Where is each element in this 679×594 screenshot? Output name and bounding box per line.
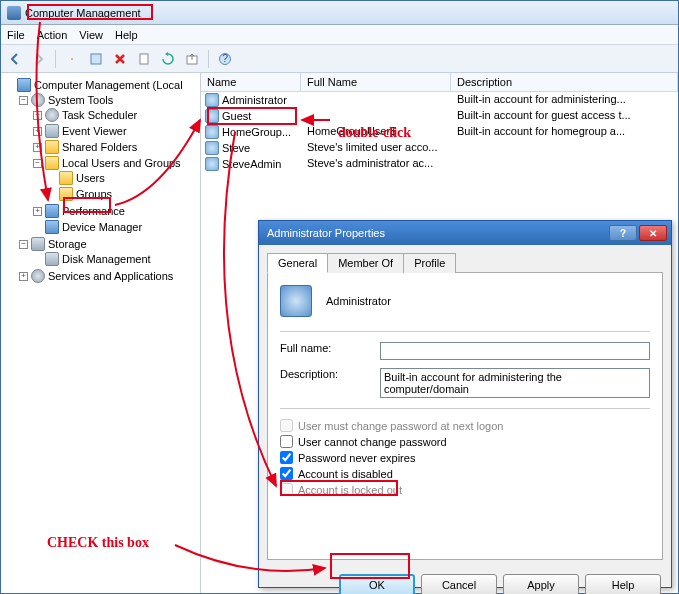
tree-users[interactable]: Users xyxy=(47,171,198,185)
tab-profile[interactable]: Profile xyxy=(403,253,456,273)
app-icon xyxy=(7,6,21,20)
tree-storage[interactable]: −Storage xyxy=(19,237,198,251)
window-title: Computer Management xyxy=(25,7,141,19)
dialog-close-button[interactable]: ✕ xyxy=(639,225,667,241)
tree-performance[interactable]: +Performance xyxy=(33,204,198,218)
fullname-label: Full name: xyxy=(280,342,380,354)
user-fullname-cell: HomeGroupUser$ xyxy=(301,125,451,139)
dialog-title: Administrator Properties xyxy=(263,227,607,239)
chk-must-change: User must change password at next logon xyxy=(280,419,650,432)
tab-panel-general: Administrator Full name: Description: Bu… xyxy=(267,272,663,560)
user-fullname-cell: Steve's limited user acco... xyxy=(301,141,451,155)
dialog-buttons: OK Cancel Apply Help xyxy=(259,568,671,594)
back-button[interactable] xyxy=(5,49,25,69)
user-row[interactable]: SteveAdminSteve's administrator ac... xyxy=(201,156,678,172)
menu-file[interactable]: File xyxy=(7,29,25,41)
user-row[interactable]: HomeGroup...HomeGroupUser$Built-in accou… xyxy=(201,124,678,140)
user-name-cell: Steve xyxy=(222,142,250,154)
col-description[interactable]: Description xyxy=(451,73,678,91)
menubar: File Action View Help xyxy=(1,25,678,45)
tree-panel: Computer Management (Local −System Tools… xyxy=(1,73,201,593)
svg-rect-1 xyxy=(140,54,148,64)
description-label: Description: xyxy=(280,368,380,380)
user-icon xyxy=(205,125,219,139)
export-icon[interactable] xyxy=(182,49,202,69)
user-name-cell: Guest xyxy=(222,110,251,122)
tabs: General Member Of Profile xyxy=(267,253,663,273)
cancel-button[interactable]: Cancel xyxy=(421,574,497,594)
refresh-icon[interactable] xyxy=(158,49,178,69)
user-desc-cell: Built-in account for homegroup a... xyxy=(451,125,678,139)
tab-general[interactable]: General xyxy=(267,253,328,273)
tree-device-manager[interactable]: Device Manager xyxy=(33,220,198,234)
user-name: Administrator xyxy=(326,295,391,307)
user-name-cell: Administrator xyxy=(222,94,287,106)
user-icon xyxy=(205,109,219,123)
user-desc-cell xyxy=(451,141,678,155)
dialog-help-button[interactable]: ? xyxy=(609,225,637,241)
help-icon[interactable]: ? xyxy=(215,49,235,69)
menu-view[interactable]: View xyxy=(79,29,103,41)
user-fullname-cell xyxy=(301,93,451,107)
user-icon xyxy=(205,93,219,107)
folder-icon[interactable] xyxy=(62,49,82,69)
user-fullname-cell xyxy=(301,109,451,123)
tree-local-users[interactable]: −Local Users and Groups xyxy=(33,156,198,170)
user-desc-cell xyxy=(451,157,678,171)
user-fullname-cell: Steve's administrator ac... xyxy=(301,157,451,171)
dialog-titlebar[interactable]: Administrator Properties ? ✕ xyxy=(259,221,671,245)
toolbar: ? xyxy=(1,45,678,73)
col-name[interactable]: Name xyxy=(201,73,301,91)
description-field[interactable]: Built-in account for administering the c… xyxy=(380,368,650,398)
fullname-field[interactable] xyxy=(380,342,650,360)
user-row[interactable]: SteveSteve's limited user acco... xyxy=(201,140,678,156)
svg-text:?: ? xyxy=(222,52,228,64)
tab-memberof[interactable]: Member Of xyxy=(327,253,404,273)
column-headers: Name Full Name Description xyxy=(201,73,678,92)
menu-action[interactable]: Action xyxy=(37,29,68,41)
user-icon xyxy=(280,285,312,317)
help-button[interactable]: Help xyxy=(585,574,661,594)
user-name-cell: SteveAdmin xyxy=(222,158,281,170)
chk-cannot-change[interactable]: User cannot change password xyxy=(280,435,650,448)
ok-button[interactable]: OK xyxy=(339,574,415,594)
tree-root[interactable]: Computer Management (Local xyxy=(5,78,198,92)
user-icon xyxy=(205,157,219,171)
user-desc-cell: Built-in account for guest access t... xyxy=(451,109,678,123)
tree-services[interactable]: +Services and Applications xyxy=(19,269,198,283)
chk-disabled[interactable]: Account is disabled xyxy=(280,467,650,480)
svg-rect-0 xyxy=(91,54,101,64)
menu-help[interactable]: Help xyxy=(115,29,138,41)
col-fullname[interactable]: Full Name xyxy=(301,73,451,91)
tree-disk-management[interactable]: Disk Management xyxy=(33,252,198,266)
user-desc-cell: Built-in account for administering... xyxy=(451,93,678,107)
tree-task-scheduler[interactable]: +Task Scheduler xyxy=(33,108,198,122)
forward-button[interactable] xyxy=(29,49,49,69)
delete-icon[interactable] xyxy=(110,49,130,69)
tree-shared-folders[interactable]: +Shared Folders xyxy=(33,140,198,154)
user-icon xyxy=(205,141,219,155)
properties-icon[interactable] xyxy=(86,49,106,69)
chk-locked-out: Account is locked out xyxy=(280,483,650,496)
user-row[interactable]: AdministratorBuilt-in account for admini… xyxy=(201,92,678,108)
user-row[interactable]: GuestBuilt-in account for guest access t… xyxy=(201,108,678,124)
chk-never-expires[interactable]: Password never expires xyxy=(280,451,650,464)
tree-system-tools[interactable]: −System Tools xyxy=(19,93,198,107)
tree-groups[interactable]: Groups xyxy=(47,187,198,201)
titlebar: Computer Management xyxy=(1,1,678,25)
apply-button[interactable]: Apply xyxy=(503,574,579,594)
tree-event-viewer[interactable]: +Event Viewer xyxy=(33,124,198,138)
properties-dialog: Administrator Properties ? ✕ General Mem… xyxy=(258,220,672,588)
page-icon[interactable] xyxy=(134,49,154,69)
user-name-cell: HomeGroup... xyxy=(222,126,291,138)
